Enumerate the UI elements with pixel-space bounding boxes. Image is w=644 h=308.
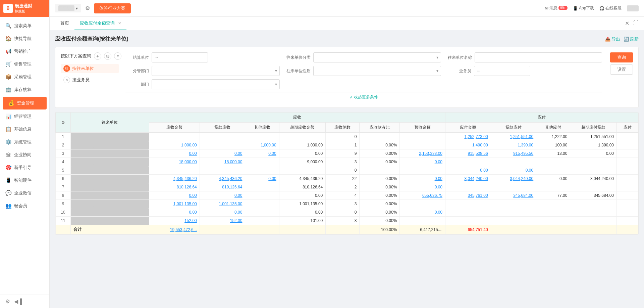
expand-window-icon[interactable]: ⛶ [633,20,639,27]
sidebar-item-marketing[interactable]: 📢 营销推广 [0,45,49,58]
table-cell[interactable]: 1,000.00 [149,141,200,149]
export-button[interactable]: 📤 导出 [605,36,620,42]
table-cell[interactable]: 0.00 [245,175,279,183]
table-cell[interactable]: 1,251,551.00 [491,133,536,141]
table-cell[interactable]: 655,636.75 [400,191,445,200]
close-window-icon[interactable]: ✕ [625,20,629,27]
footer-ar-amount[interactable]: 19,553,472,6... [149,225,200,234]
table-cell[interactable]: 1,001,135.00 [149,200,200,208]
query-button[interactable]: 查询 [610,52,633,62]
table-cell[interactable]: 3,044,240.00 [445,175,491,183]
table-cell[interactable]: 0.00 [445,166,491,175]
query-scheme-btn[interactable]: ◎ [104,52,111,60]
filter-unit-nature-select-wrap: ▾ [313,66,441,76]
table-cell: 0.00% [360,149,400,158]
table-cell[interactable]: 810,126.64 [149,183,200,191]
table-cell[interactable]: 915,508.56 [445,149,491,158]
settings-button[interactable]: 设置 [610,64,633,75]
salesman-input[interactable] [474,66,530,76]
table-cell[interactable]: 1,000.00 [245,141,279,149]
table-cell: 0.00 [279,208,326,217]
tab-ar-ap[interactable]: 应收应付余额查询 ✕ [74,17,126,30]
tab-close-icon[interactable]: ✕ [118,21,121,25]
table-cell[interactable]: 345,761.00 [445,191,491,200]
sidebar-item-system[interactable]: ⚙️ 系统管理 [0,136,49,148]
table-cell[interactable]: 1,490.00 [445,141,491,149]
table-cell[interactable]: 18,000.00 [149,158,200,166]
service-action[interactable]: 🎧 在线客服 [599,5,622,11]
table-cell[interactable]: 0.00 [400,208,445,217]
sidebar-item-label: 新手引导 [14,165,32,171]
table-cell[interactable]: 1,001,135.00 [200,200,245,208]
table-cell[interactable]: 0.00 [245,149,279,158]
department-select[interactable] [152,79,280,89]
sidebar-item-operation[interactable]: 📊 经营管理 [0,110,49,123]
table-cell[interactable]: 152.00 [200,217,245,225]
ar-prepay-col: 预收余额 [400,123,445,133]
table-cell[interactable]: 0.00 [149,208,200,217]
unit-nature-select[interactable] [313,66,441,76]
message-action[interactable]: ✉ 消息 99+ [545,5,568,11]
query-collapse-btn[interactable]: « [114,52,121,60]
settlement-input[interactable] [152,52,208,62]
table-cell[interactable]: 4,345,436.20 [149,175,200,183]
table-cell[interactable]: 915,495.56 [491,149,536,158]
table-cell[interactable]: 0.00 [200,149,245,158]
table-cell[interactable]: 18,000.00 [200,158,245,166]
table-cell[interactable]: 4,345,436.20 [200,175,245,183]
table-cell[interactable]: 0.00 [400,175,445,183]
sidebar-item-hardware[interactable]: 📱 智能硬件 [0,174,49,187]
collapse-more-btn[interactable]: ∧ 收起更多条件 [125,92,602,102]
sidebar-item-search[interactable]: 🔍 搜索菜单 [0,19,49,32]
query-option-by-staff[interactable]: ○ 按业务员 [61,75,119,85]
table-cell[interactable]: 3,044,240.00 [491,175,536,183]
table-settings-icon[interactable]: ⚙ [58,118,68,127]
table-cell: 101.00 [279,217,326,225]
app-download-action[interactable]: 📱 App下载 [573,5,594,11]
sidebar-collapse-icon[interactable]: ◀▐ [14,298,22,305]
table-cell [200,133,245,141]
category-select[interactable] [313,52,441,62]
table-cell[interactable]: 2,153,333.00 [400,149,445,158]
promo-button[interactable]: 体验行业方案 [94,3,131,13]
table-cell[interactable]: 152.00 [149,217,200,225]
sidebar-item-purchase[interactable]: 📦 采购管理 [0,71,49,83]
sidebar-item-wechat[interactable]: 💬 企业微信 [0,187,49,200]
home-icon: 🏠 [5,36,11,42]
table-cell [245,200,279,208]
table-cell[interactable]: 0.00 [491,166,536,175]
sidebar-item-inventory[interactable]: 🏢 库存核算 [0,83,49,96]
logo-icon: 6 [3,4,13,13]
dept-select[interactable] [152,66,280,76]
query-add-btn[interactable]: + [94,52,101,60]
unit-name-input[interactable] [475,52,602,62]
refresh-button[interactable]: 🔄 刷新 [624,36,639,42]
sidebar-item-label: 快捷导航 [14,36,32,42]
table-cell[interactable]: 0.00 [149,191,200,200]
sidebar-item-sales[interactable]: 🛒 销售管理 [0,58,49,71]
sidebar-item-finance[interactable]: 💰 资金管理 [3,97,47,109]
header-settings-icon[interactable]: ⚙ [85,5,90,11]
sidebar-item-member[interactable]: 👥 畅会员 [0,200,49,212]
filter-department-select-wrap: ▾ [152,79,280,89]
header-company[interactable]: 某某公司 ▾ [55,4,81,12]
table-cell[interactable]: 0.00 [400,183,445,191]
table-cell[interactable]: 1,252,773.00 [445,133,491,141]
table-cell[interactable]: 0.00 [400,158,445,166]
sidebar-item-guide[interactable]: 🎯 新手引导 [0,161,49,174]
sidebar-item-basic[interactable]: 📋 基础信息 [0,123,49,136]
table-cell: 13.00 [536,149,570,158]
table-cell[interactable]: 810,126.64 [200,183,245,191]
table-cell[interactable]: 0.00 [149,149,200,158]
table-cell[interactable]: 1,390.00 [491,141,536,149]
sidebar-item-nav[interactable]: 🏠 快捷导航 [0,32,49,45]
tab-home[interactable]: 首页 [55,17,74,30]
table-cell[interactable]: 345,684.00 [491,191,536,200]
table-cell[interactable]: 0.00 [200,191,245,200]
sidebar-settings-icon[interactable]: ⚙ [5,298,10,305]
sidebar-item-corp[interactable]: 🏛 企业协同 [0,148,49,161]
user-avatar[interactable]: Rit [627,5,639,11]
table-cell[interactable]: 0.00 [200,208,245,217]
query-option-by-unit[interactable]: 往 按往来单位 [61,64,119,73]
message-icon: ✉ [545,6,548,11]
